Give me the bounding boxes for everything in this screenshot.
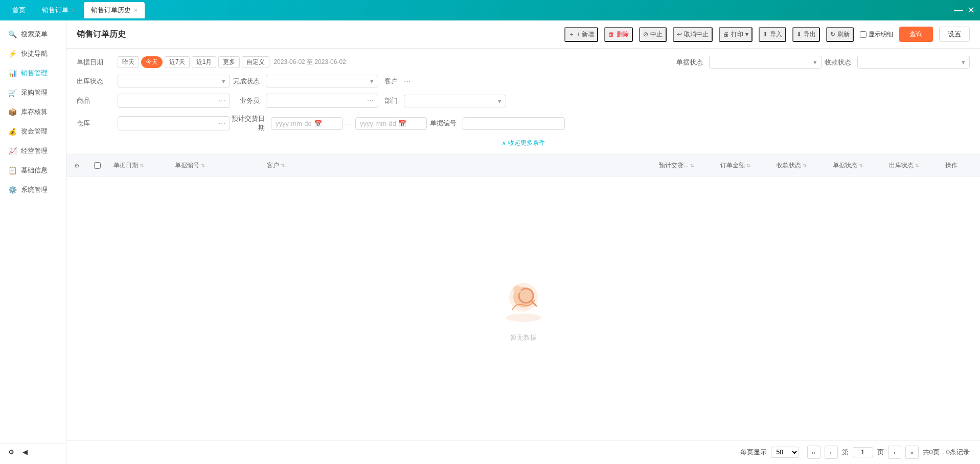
last-page-btn[interactable]: » bbox=[905, 446, 919, 459]
outbound-status-value bbox=[122, 77, 124, 85]
add-icon: ＋ bbox=[568, 30, 575, 39]
add-label: + 新增 bbox=[577, 30, 594, 39]
col-outbound-sort: ⇅ bbox=[915, 163, 919, 168]
department-arrow: ▾ bbox=[498, 97, 502, 105]
tab-sales-order-close[interactable]: × bbox=[72, 7, 75, 13]
delete-button[interactable]: 🗑 删除 bbox=[604, 27, 633, 42]
date-btn-today[interactable]: 今天 bbox=[141, 56, 163, 68]
sidebar-item-operations[interactable]: 📈 经营管理 bbox=[0, 141, 66, 161]
display-details-checkbox[interactable]: 显示明细 bbox=[860, 30, 893, 39]
page-header: 销售订单历史 ＋ + 新增 🗑 删除 ⊘ 中止 ↩ 取消中止 bbox=[66, 20, 980, 49]
customer-control: ··· bbox=[404, 77, 506, 86]
product-input[interactable] bbox=[122, 97, 219, 105]
sidebar-item-purchase-mgmt[interactable]: 🛒 采购管理 bbox=[0, 83, 66, 102]
table-col-delivery[interactable]: 预计交货... ⇅ bbox=[653, 159, 714, 172]
table-col-checkbox[interactable] bbox=[87, 160, 107, 171]
warehouse-dots[interactable]: ··· bbox=[219, 119, 225, 128]
collapse-text: 收起更多条件 bbox=[508, 139, 545, 147]
close-window-icon[interactable]: ✕ bbox=[967, 5, 975, 16]
completion-status-select[interactable]: ▾ bbox=[266, 75, 378, 87]
table-col-bill-status[interactable]: 单据状态 ⇅ bbox=[827, 159, 883, 172]
sidebar-label-search-menu: 搜索菜单 bbox=[21, 30, 48, 39]
delivery-date-to[interactable]: yyyy-mm-dd 📅 bbox=[355, 117, 427, 130]
warehouse-input[interactable] bbox=[122, 120, 219, 127]
table-col-amount[interactable]: 订单金额 ⇅ bbox=[714, 159, 770, 172]
salesperson-dots[interactable]: ··· bbox=[367, 96, 374, 105]
sidebar-item-basic-info[interactable]: 📋 基础信息 bbox=[0, 161, 66, 180]
refresh-button[interactable]: ↻ 刷新 bbox=[826, 27, 854, 42]
warehouse-control[interactable]: ··· bbox=[118, 116, 230, 130]
refresh-icon: ↻ bbox=[830, 31, 835, 38]
table-col-number[interactable]: 单据编号 ⇅ bbox=[169, 159, 261, 172]
next-page-btn[interactable]: › bbox=[888, 446, 901, 459]
sidebar-label-operations: 经营管理 bbox=[21, 146, 48, 156]
sidebar-item-search-menu[interactable]: 🔍 搜索菜单 bbox=[0, 25, 66, 44]
export-button[interactable]: ⬇ 导出 bbox=[792, 27, 820, 42]
bill-number-control[interactable] bbox=[463, 117, 565, 130]
settings-button[interactable]: 设置 bbox=[939, 27, 970, 42]
sidebar-item-system[interactable]: ⚙️ 系统管理 bbox=[0, 180, 66, 200]
date-btn-custom[interactable]: 自定义 bbox=[242, 56, 269, 68]
minimize-icon[interactable]: — bbox=[954, 5, 963, 16]
delete-label: 删除 bbox=[617, 30, 629, 39]
tab-sales-order-label: 销售订单 bbox=[42, 6, 69, 15]
sidebar-item-quick-nav[interactable]: ⚡ 快捷导航 bbox=[0, 44, 66, 63]
bill-number-input[interactable] bbox=[467, 120, 560, 127]
calendar-icon-from[interactable]: 📅 bbox=[314, 120, 322, 127]
table-col-date[interactable]: 单据日期 ⇅ bbox=[107, 159, 169, 172]
tab-home[interactable]: 首页 bbox=[5, 2, 33, 18]
page-size-select[interactable]: 50 10 20 100 bbox=[771, 447, 799, 458]
system-icon: ⚙️ bbox=[8, 186, 17, 194]
select-all-checkbox[interactable] bbox=[94, 162, 101, 169]
display-details-input[interactable] bbox=[860, 31, 867, 38]
delivery-to-text: yyyy-mm-dd bbox=[360, 120, 396, 127]
calendar-icon-to[interactable]: 📅 bbox=[398, 120, 406, 127]
salesperson-input[interactable] bbox=[270, 97, 367, 105]
sidebar-label-sales-mgmt: 销售管理 bbox=[21, 69, 48, 78]
prev-page-btn[interactable]: ‹ bbox=[825, 446, 838, 459]
receipt-status-select[interactable]: ▾ bbox=[857, 56, 970, 69]
query-button[interactable]: 查询 bbox=[899, 27, 933, 42]
table-col-receipt-status[interactable]: 收款状态 ⇅ bbox=[770, 159, 827, 172]
add-button[interactable]: ＋ + 新增 bbox=[564, 27, 598, 42]
department-select[interactable]: ▾ bbox=[404, 95, 506, 107]
date-btn-7days[interactable]: 近7天 bbox=[165, 56, 190, 68]
sidebar-collapse-icon[interactable]: ◀ bbox=[22, 448, 28, 456]
tab-sales-order[interactable]: 销售订单 × bbox=[35, 2, 82, 18]
bill-status-select[interactable]: ▾ bbox=[709, 56, 822, 69]
col-delivery-label: 预计交货... bbox=[659, 161, 689, 170]
sidebar-item-finance[interactable]: 💰 资金管理 bbox=[0, 122, 66, 141]
first-page-btn[interactable]: « bbox=[807, 446, 821, 459]
collapse-link[interactable]: ∧ 收起更多条件 bbox=[77, 139, 970, 147]
main-layout: 🔍 搜索菜单 ⚡ 快捷导航 📊 销售管理 🛒 采购管理 📦 库存核算 💰 资金管… bbox=[0, 20, 980, 464]
date-btn-yesterday[interactable]: 昨天 bbox=[118, 56, 139, 68]
customer-dots[interactable]: ··· bbox=[404, 77, 411, 86]
receipt-status-label: 收款状态 bbox=[822, 58, 857, 67]
sidebar: 🔍 搜索菜单 ⚡ 快捷导航 📊 销售管理 🛒 采购管理 📦 库存核算 💰 资金管… bbox=[0, 20, 66, 464]
total-info: 共0页，0条记录 bbox=[923, 448, 970, 457]
date-btn-1month[interactable]: 近1月 bbox=[192, 56, 217, 68]
sidebar-item-sales-mgmt[interactable]: 📊 销售管理 bbox=[0, 63, 66, 83]
table-col-settings[interactable]: ⚙ bbox=[66, 160, 87, 171]
product-dots[interactable]: ··· bbox=[219, 96, 225, 105]
print-button[interactable]: 🖨 打印 ▾ bbox=[719, 27, 753, 42]
empty-text: 暂无数据 bbox=[510, 333, 537, 342]
date-btn-more[interactable]: 更多 bbox=[218, 56, 240, 68]
cancel-stop-button[interactable]: ↩ 取消中止 bbox=[673, 27, 713, 42]
tab-sales-history-close[interactable]: × bbox=[134, 7, 137, 13]
table-col-outbound-status[interactable]: 出库状态 ⇅ bbox=[883, 159, 939, 172]
stop-button[interactable]: ⊘ 中止 bbox=[639, 27, 667, 42]
sidebar-settings-icon[interactable]: ⚙ bbox=[8, 448, 14, 456]
department-value bbox=[408, 97, 411, 105]
page-number-input[interactable] bbox=[853, 447, 873, 457]
salesperson-control[interactable]: ··· bbox=[266, 94, 378, 108]
outbound-status-select[interactable]: ▾ bbox=[118, 75, 230, 87]
sidebar-item-inventory[interactable]: 📦 库存核算 bbox=[0, 102, 66, 122]
delivery-date-from[interactable]: yyyy-mm-dd 📅 bbox=[271, 117, 343, 130]
tab-sales-history[interactable]: 销售订单历史 × bbox=[84, 2, 144, 18]
import-button[interactable]: ⬆ 导入 bbox=[759, 27, 786, 42]
sidebar-bottom: ⚙ ◀ bbox=[0, 444, 66, 460]
table-col-customer[interactable]: 客户 ⇅ bbox=[261, 159, 653, 172]
collapse-icon: ∧ bbox=[502, 140, 506, 147]
product-control[interactable]: ··· bbox=[118, 94, 230, 108]
